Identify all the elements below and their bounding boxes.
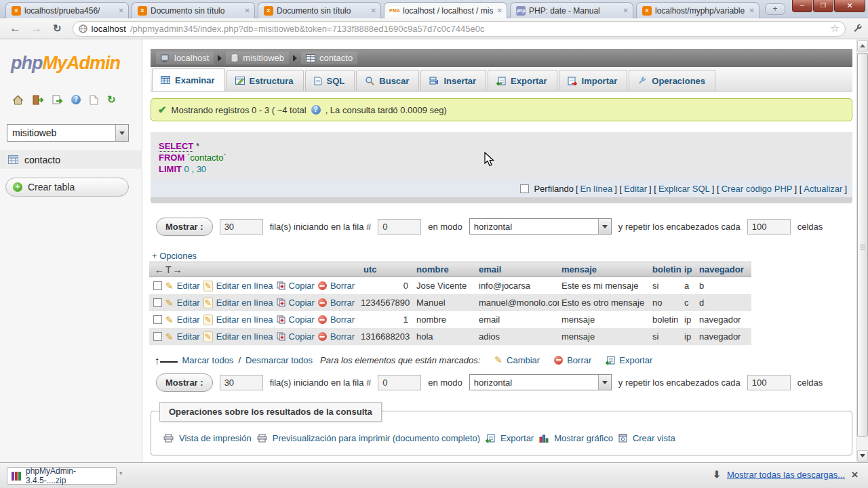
copy-link[interactable]: Copiar <box>289 298 315 308</box>
delete-link[interactable]: Borrar <box>330 331 355 342</box>
start-row-input[interactable] <box>378 375 421 390</box>
inline-edit-link[interactable]: Editar en línea <box>216 314 273 325</box>
create-view-link[interactable]: Crear vista <box>633 433 675 443</box>
browser-tab-3[interactable]: X Documento sin título ✕ <box>258 2 381 18</box>
tab-examinar[interactable]: Examinar <box>152 68 225 91</box>
inline-edit-link[interactable]: Editar en línea <box>216 281 273 291</box>
new-tab-button[interactable]: + <box>765 3 785 15</box>
copy-link[interactable]: Copiar <box>289 331 315 342</box>
tab-close-icon[interactable]: ✕ <box>623 7 629 14</box>
print-preview-link[interactable]: Previsualización para imprimir (document… <box>273 433 480 443</box>
column-header-ip[interactable]: ip <box>682 264 696 274</box>
column-header-email[interactable]: email <box>476 264 559 274</box>
edit-link[interactable]: Editar <box>177 298 200 308</box>
arrow-left-icon[interactable]: ← <box>155 264 164 275</box>
show-chart-link[interactable]: Mostrar gráfico <box>554 433 613 443</box>
options-toggle-link[interactable]: + Opciones <box>152 251 197 261</box>
create-php-code-link[interactable]: Crear código PHP <box>722 184 793 194</box>
check-all-link[interactable]: Marcar todos <box>182 355 234 365</box>
tab-close-icon[interactable]: ✕ <box>245 7 250 14</box>
breadcrumb-table[interactable]: contacto <box>301 52 357 64</box>
row-checkbox[interactable] <box>153 298 162 307</box>
row-checkbox[interactable] <box>153 332 162 341</box>
tab-insertar[interactable]: Insertar <box>420 70 486 91</box>
close-shelf-icon[interactable]: ✕ <box>851 470 859 480</box>
export-selected-link[interactable]: Exportar <box>619 355 652 365</box>
browser-tab-2[interactable]: X Documento sin título ✕ <box>132 2 255 18</box>
close-window-button[interactable]: ✕ <box>834 0 865 12</box>
tab-close-icon[interactable]: ✕ <box>371 7 376 14</box>
mode-select-arrow[interactable] <box>598 375 611 390</box>
breadcrumb-database[interactable]: misitioweb <box>226 52 289 64</box>
row-checkbox[interactable] <box>153 315 162 324</box>
tab-estructura[interactable]: Estructura <box>226 70 304 91</box>
home-icon[interactable] <box>12 95 24 105</box>
scroll-up-button[interactable] <box>857 40 868 52</box>
show-button[interactable]: Mostrar : <box>156 218 213 236</box>
tab-exportar[interactable]: Exportar <box>488 70 557 91</box>
repeat-headers-input[interactable] <box>747 219 791 235</box>
start-row-input[interactable] <box>378 219 421 235</box>
inline-edit-link[interactable]: Editar en línea <box>216 331 273 342</box>
scroll-down-button[interactable] <box>857 450 868 462</box>
sidebar-table-contacto[interactable]: contacto <box>0 150 142 169</box>
help-icon[interactable]: ? <box>311 105 321 115</box>
copy-link[interactable]: Copiar <box>289 281 315 291</box>
inline-edit-link[interactable]: Editar en línea <box>216 298 273 308</box>
forward-button-icon[interactable]: → <box>31 22 42 35</box>
rows-count-input[interactable] <box>220 219 263 235</box>
minimize-button[interactable]: ─ <box>792 0 812 12</box>
download-item[interactable]: phpMyAdmin-3.4.5-....zip <box>7 467 117 485</box>
database-select[interactable]: misitioweb <box>7 124 129 142</box>
column-header-nombre[interactable]: nombre <box>414 264 476 274</box>
reload-button-icon[interactable]: ↻ <box>53 22 62 35</box>
refresh-icon[interactable]: ↻ <box>107 94 116 106</box>
edit-link[interactable]: Editar <box>177 281 200 291</box>
maximize-button[interactable]: ❐ <box>813 0 833 12</box>
column-header-utc[interactable]: utc <box>361 264 414 274</box>
browser-tab-active[interactable]: PMA localhost / localhost / mis ✕ <box>384 2 507 18</box>
delete-link[interactable]: Borrar <box>330 281 355 291</box>
refresh-link[interactable]: Actualizar <box>804 184 842 194</box>
mode-select[interactable]: horizontal <box>469 218 612 235</box>
database-select-arrow[interactable] <box>115 125 128 141</box>
delete-link[interactable]: Borrar <box>330 298 355 308</box>
mode-select[interactable]: horizontal <box>469 374 612 390</box>
tab-close-icon[interactable]: ✕ <box>119 7 124 14</box>
export-results-link[interactable]: Exportar <box>500 433 534 443</box>
download-item-caret-icon[interactable]: ▾ <box>119 470 123 476</box>
tab-operaciones[interactable]: Operaciones <box>629 70 715 91</box>
create-table-button[interactable]: + Crear tabla <box>5 178 129 197</box>
docs-page-icon[interactable] <box>90 95 98 105</box>
breadcrumb-server[interactable]: localhost <box>156 52 214 64</box>
settings-wrench-icon[interactable] <box>852 23 863 34</box>
show-all-downloads-link[interactable]: Mostrar todas las descargas... <box>727 470 845 480</box>
arrow-right-icon[interactable]: → <box>173 264 182 275</box>
back-button-icon[interactable]: ← <box>9 22 21 35</box>
rows-count-input[interactable] <box>220 375 263 390</box>
browser-tab-1[interactable]: X localhost/prueba456/ ✕ <box>5 2 129 18</box>
profiling-checkbox[interactable] <box>520 184 529 193</box>
tab-importar[interactable]: Importar <box>559 70 628 91</box>
row-checkbox[interactable] <box>153 281 162 290</box>
browser-tab-6[interactable]: X localhost/myphp/variable ✕ <box>636 2 760 18</box>
print-view-link[interactable]: Vista de impresión <box>179 433 252 443</box>
query-window-icon[interactable] <box>52 95 62 105</box>
address-bar[interactable]: localhost/phpmyadmin345/index.php?db=mis… <box>73 21 846 37</box>
delete-selected-link[interactable]: Borrar <box>567 355 591 365</box>
show-button[interactable]: Mostrar : <box>156 373 213 392</box>
tab-sql[interactable]: SQL <box>305 70 355 91</box>
browser-tab-5[interactable]: php PHP: date - Manual ✕ <box>510 2 633 18</box>
edit-query-link[interactable]: Editar <box>624 184 647 194</box>
help-icon[interactable]: ? <box>71 95 81 104</box>
column-header-mensaje[interactable]: mensaje <box>559 264 650 274</box>
tab-buscar[interactable]: Buscar <box>356 70 419 91</box>
mode-select-arrow[interactable] <box>598 219 611 234</box>
column-header-boletin[interactable]: boletin <box>650 264 682 274</box>
copy-link[interactable]: Copiar <box>289 314 315 325</box>
bookmark-star-icon[interactable]: ☆ <box>830 22 839 35</box>
tab-close-icon[interactable]: ✕ <box>497 7 502 14</box>
uncheck-all-link[interactable]: Desmarcar todos <box>245 355 313 365</box>
explain-sql-link[interactable]: Explicar SQL <box>658 184 710 194</box>
logout-door-icon[interactable] <box>33 95 43 105</box>
